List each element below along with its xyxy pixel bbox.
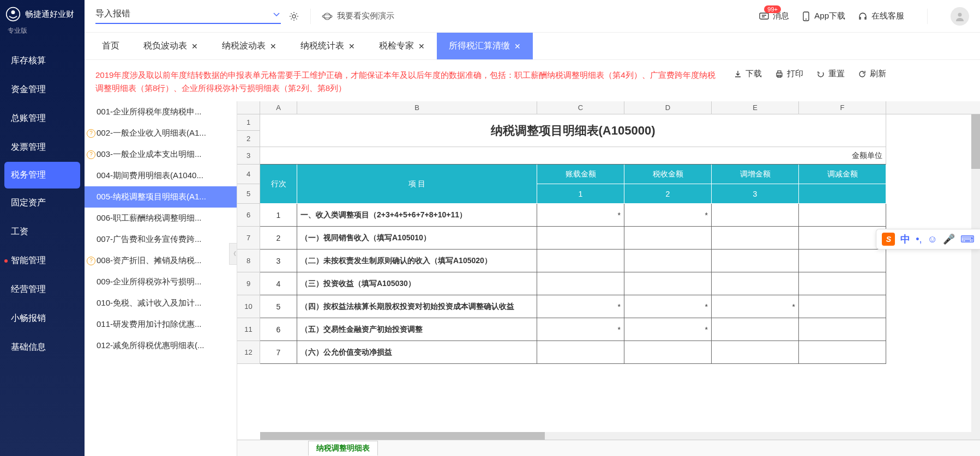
cell[interactable] (712, 227, 799, 250)
collapse-handle[interactable]: 《 (229, 243, 237, 265)
cell[interactable]: * (624, 204, 712, 227)
sheet-tab[interactable]: 纳税调整明细表 (308, 441, 378, 455)
sidebar-item[interactable]: 基础信息 (0, 333, 85, 362)
cell[interactable]: 税收金额 (624, 165, 712, 184)
form-list-item[interactable]: 001-企业所得税年度纳税申... (85, 101, 237, 123)
cell[interactable]: 金额单位 (260, 147, 886, 165)
form-list-item[interactable]: 009-企业所得税弥补亏损明... (85, 271, 237, 293)
row-header[interactable]: 3 (237, 147, 260, 165)
sidebar-item[interactable]: 工资 (0, 217, 85, 246)
cell[interactable] (799, 318, 886, 341)
sidebar-item[interactable]: 税务管理 (4, 162, 80, 189)
cell[interactable]: 5 (260, 295, 297, 318)
cell[interactable] (799, 295, 886, 318)
cell[interactable]: * (537, 318, 624, 341)
sidebar-item[interactable]: 小畅报销 (0, 304, 85, 333)
row-header[interactable]: 8 (237, 250, 260, 272)
cell[interactable]: 3 (712, 184, 799, 204)
refresh-button[interactable]: 刷新 (858, 69, 886, 79)
cell[interactable] (624, 341, 712, 364)
close-icon[interactable]: ✕ (348, 42, 355, 51)
sidebar-item[interactable]: 发票管理 (0, 133, 85, 162)
row-header[interactable]: 6 (237, 204, 260, 227)
sidebar-item[interactable]: 经营管理 (0, 275, 85, 304)
ime-mic-icon[interactable]: 🎤 (943, 233, 955, 245)
cell[interactable]: 项 目 (297, 165, 537, 204)
tab[interactable]: 纳税波动表✕ (210, 33, 288, 59)
cell[interactable]: （六）公允价值变动净损益 (297, 341, 537, 364)
form-list-item[interactable]: 006-职工薪酬纳税调整明细... (85, 208, 237, 229)
ime-emoji-icon[interactable]: ☺ (928, 234, 937, 245)
close-icon[interactable]: ✕ (270, 42, 276, 51)
tab[interactable]: 税负波动表✕ (131, 33, 210, 59)
tab[interactable]: 纳税统计表✕ (288, 33, 367, 59)
cell[interactable] (537, 250, 624, 272)
cell[interactable]: 4 (260, 272, 297, 295)
messages-button[interactable]: 消息 99+ (759, 11, 789, 22)
col-header-E[interactable]: E (712, 101, 799, 114)
ime-toolbar[interactable]: S 中 •, ☺ 🎤 ⌨ (876, 229, 980, 250)
demo-link[interactable]: 我要看实例演示 (322, 11, 394, 22)
cell[interactable] (537, 341, 624, 364)
cell[interactable] (712, 250, 799, 272)
customer-service-button[interactable]: 在线客服 (857, 11, 904, 22)
cell[interactable]: * (537, 204, 624, 227)
tab[interactable]: 所得税汇算清缴✕ (437, 33, 533, 59)
close-icon[interactable]: ✕ (514, 42, 521, 51)
form-list-item[interactable]: 008-资产折旧、摊销及纳税... (85, 250, 237, 271)
row-header[interactable]: 7 (237, 227, 260, 250)
ime-punct-icon[interactable]: •, (916, 234, 922, 245)
row-header[interactable]: 12 (237, 341, 260, 364)
sheet-corner[interactable] (237, 101, 260, 114)
form-list-item[interactable]: 011-研发费用加计扣除优惠... (85, 314, 237, 335)
sidebar-item[interactable]: 资金管理 (0, 75, 85, 104)
cell[interactable]: （三）投资收益（填写A105030） (297, 272, 537, 295)
ime-keyboard-icon[interactable]: ⌨ (960, 233, 975, 245)
cell[interactable] (799, 184, 886, 204)
cell[interactable] (624, 272, 712, 295)
cell[interactable] (537, 272, 624, 295)
sidebar-item[interactable]: 智能管理 (0, 246, 85, 275)
col-header-B[interactable]: B (297, 101, 537, 114)
cell[interactable]: 6 (260, 318, 297, 341)
col-header-C[interactable]: C (537, 101, 624, 114)
avatar[interactable] (951, 7, 969, 26)
cell[interactable]: 行次 (260, 165, 297, 204)
ime-lang[interactable]: 中 (900, 233, 910, 246)
cell[interactable]: 3 (260, 250, 297, 272)
form-list-item[interactable]: 005-纳税调整项目明细表(A1... (85, 186, 237, 208)
row-header[interactable]: 2 (237, 131, 260, 147)
cell[interactable]: * (624, 318, 712, 341)
tab[interactable]: 税检专家✕ (367, 33, 437, 59)
cell[interactable]: 2 (260, 227, 297, 250)
cell[interactable] (624, 250, 712, 272)
cell[interactable]: 纳税调整项目明细表(A105000) (260, 114, 886, 147)
cell[interactable] (712, 204, 799, 227)
print-button[interactable]: 打印 (775, 69, 803, 79)
cell[interactable] (799, 227, 886, 250)
row-header[interactable]: 11 (237, 318, 260, 341)
row-header[interactable]: 5 (237, 184, 260, 204)
row-header[interactable]: 1 (237, 114, 260, 131)
reset-button[interactable]: 重置 (816, 69, 845, 79)
cell[interactable]: （四）按权益法核算长期股权投资对初始投资成本调整确认收益 (297, 295, 537, 318)
cell[interactable]: 账载金额 (537, 165, 624, 184)
cell[interactable] (712, 341, 799, 364)
search-dropdown[interactable]: 导入报错 (95, 8, 281, 24)
form-list-item[interactable]: 010-免税、减计收入及加计... (85, 293, 237, 314)
form-list-item[interactable]: 003-一般企业成本支出明细... (85, 144, 237, 165)
cell[interactable] (799, 204, 886, 227)
cell[interactable]: （五）交易性金融资产初始投资调整 (297, 318, 537, 341)
close-icon[interactable]: ✕ (191, 42, 198, 51)
cell[interactable]: 调减金额 (799, 165, 886, 184)
sidebar-item[interactable]: 库存核算 (0, 46, 85, 75)
row-header[interactable]: 10 (237, 295, 260, 318)
cell[interactable]: 2 (624, 184, 712, 204)
cell[interactable]: （二）未按权责发生制原则确认的收入（填写A105020） (297, 250, 537, 272)
cell[interactable] (537, 227, 624, 250)
cell[interactable] (799, 341, 886, 364)
cell[interactable]: * (537, 295, 624, 318)
cell[interactable]: 1 (537, 184, 624, 204)
col-header-F[interactable]: F (799, 101, 886, 114)
col-header-A[interactable]: A (260, 101, 297, 114)
